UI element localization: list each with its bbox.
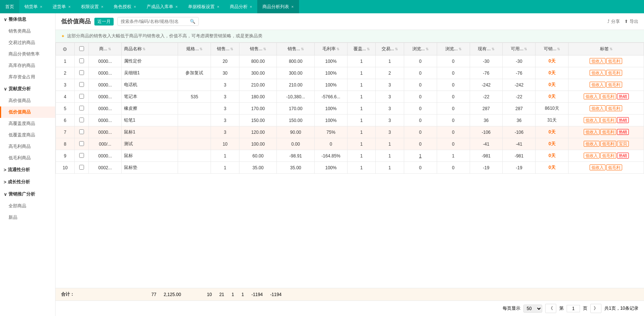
th-profit-rate[interactable]: 毛利率⇅ xyxy=(315,43,348,55)
share-btn[interactable]: ⤴ 分享 xyxy=(607,18,620,25)
first-page-btn[interactable]: 《 xyxy=(545,304,556,313)
row-browse1[interactable]: 0 xyxy=(404,103,437,115)
page-input[interactable] xyxy=(567,305,580,312)
row-checkbox[interactable] xyxy=(74,115,88,126)
sidebar-item-high-coverage[interactable]: 高覆盖度商品 xyxy=(0,118,55,129)
row-browse1[interactable]: 0 xyxy=(404,138,437,150)
close-icon[interactable]: × xyxy=(68,4,70,9)
th-sellable-days[interactable]: 可销...⇅ xyxy=(536,43,568,55)
sidebar-item-traded-products[interactable]: 交易过的商品 xyxy=(0,37,55,48)
sidebar-item-low-coverage[interactable]: 低覆盖度商品 xyxy=(0,129,55,141)
th-spec[interactable]: 规格...⇅ xyxy=(178,43,211,55)
search-icon[interactable]: 🔍 xyxy=(190,19,195,24)
row-checkbox[interactable] xyxy=(74,162,88,174)
sidebar-item-category-sales[interactable]: 商品分类销售率 xyxy=(0,48,55,60)
row-browse1[interactable]: 0 xyxy=(404,162,437,174)
close-icon[interactable]: × xyxy=(291,4,294,9)
row-browse1[interactable]: 0 xyxy=(404,55,437,67)
row-select-checkbox[interactable] xyxy=(79,94,84,99)
th-settings[interactable]: ⚙ xyxy=(56,43,75,55)
row-num: 4 xyxy=(56,91,75,103)
nav-product-analysis-list[interactable]: 商品分析列表 × xyxy=(257,0,299,13)
th-available[interactable]: 可用...⇅ xyxy=(503,43,536,55)
th-deal[interactable]: 交易...⇅ xyxy=(376,43,404,55)
th-sales-val[interactable]: 销售...⇅ xyxy=(277,43,315,55)
th-name[interactable]: 商品名称⇅ xyxy=(121,43,178,55)
close-icon[interactable]: × xyxy=(175,4,178,9)
sidebar-item-sales-products[interactable]: 销售类商品 xyxy=(0,26,55,37)
close-icon[interactable]: × xyxy=(40,4,42,9)
close-icon[interactable]: × xyxy=(250,4,252,9)
row-select-checkbox[interactable] xyxy=(79,106,84,111)
nav-product-analysis[interactable]: 商品分析 × xyxy=(225,0,257,13)
row-checkbox[interactable] xyxy=(74,67,88,79)
th-checkbox[interactable] xyxy=(74,43,88,55)
row-browse1[interactable]: 0 xyxy=(404,115,437,126)
row-browse1[interactable]: 0 xyxy=(404,79,437,91)
th-code[interactable]: 商...⇅ xyxy=(88,43,121,55)
last-page-btn[interactable]: 》 xyxy=(590,304,601,313)
nav-template-settings[interactable]: 单据模板设置 × xyxy=(183,0,224,13)
th-browse2[interactable]: 浏览...⇅ xyxy=(437,43,470,55)
nav-finished-goods[interactable]: 产成品入库单 × xyxy=(141,0,183,13)
th-sales-qty[interactable]: 销售...⇅ xyxy=(211,43,239,55)
close-icon[interactable]: × xyxy=(134,4,136,9)
close-icon[interactable]: × xyxy=(217,4,219,9)
sidebar-item-high-profit[interactable]: 高毛利商品 xyxy=(0,141,55,152)
sidebar-item-high-stock[interactable]: 高库存的商品 xyxy=(0,60,55,71)
sidebar-item-all-products[interactable]: 全部商品 xyxy=(0,200,55,212)
sidebar-item-low-profit[interactable]: 低毛利商品 xyxy=(0,152,55,164)
row-browse1[interactable]: 0 xyxy=(404,91,437,103)
sidebar-section-contribution[interactable]: ∨ 贡献度分析 xyxy=(0,83,55,95)
row-code: 0000... xyxy=(88,91,121,103)
search-input[interactable] xyxy=(121,19,188,24)
export-btn[interactable]: ⬆ 导出 xyxy=(624,18,638,25)
row-select-checkbox[interactable] xyxy=(79,118,84,122)
row-checkbox[interactable] xyxy=(74,150,88,162)
th-sales-amt[interactable]: 销售...⇅ xyxy=(239,43,277,55)
sidebar-section-overall[interactable]: ∨ 整体信息 xyxy=(0,13,55,26)
row-select-checkbox[interactable] xyxy=(79,129,84,134)
sidebar-item-high-value[interactable]: 高价值商品 xyxy=(0,95,55,106)
row-select-checkbox[interactable] xyxy=(79,141,84,146)
nav-role-auth[interactable]: 角色授权 × xyxy=(108,0,141,13)
close-icon[interactable]: × xyxy=(101,4,103,9)
filter-btn[interactable]: 近一月 xyxy=(94,18,114,26)
nav-sales-order[interactable]: 销货单 × xyxy=(19,0,47,13)
row-checkbox[interactable] xyxy=(74,126,88,138)
table-row: 1 0000... 属性定价 20 800.00 800.00 100% 1 1… xyxy=(56,55,644,67)
nav-home[interactable]: 首页 xyxy=(0,0,19,13)
row-spec xyxy=(178,115,211,126)
row-cover: 1 xyxy=(348,162,376,174)
sidebar-item-new-products[interactable]: 新品 xyxy=(0,212,55,223)
row-checkbox[interactable] xyxy=(74,55,88,67)
row-browse1[interactable]: 0 xyxy=(404,67,437,79)
th-stock[interactable]: 现有...⇅ xyxy=(470,43,503,55)
row-select-checkbox[interactable] xyxy=(79,153,84,158)
select-all-checkbox[interactable] xyxy=(79,46,84,51)
row-select-checkbox[interactable] xyxy=(79,70,84,75)
row-checkbox[interactable] xyxy=(74,138,88,150)
row-checkbox[interactable] xyxy=(74,103,88,115)
per-page-select[interactable]: 50 100 xyxy=(523,305,542,313)
sidebar-section-liquidity[interactable]: > 流通性分析 xyxy=(0,164,55,176)
content-area: 低价值商品 近一月 🔍 ⤴ 分享 ⬆ 导出 ✦ 这部分商品的销售收入大幅低于商品… xyxy=(56,13,644,316)
row-select-checkbox[interactable] xyxy=(79,58,84,63)
row-checkbox[interactable] xyxy=(74,91,88,103)
row-select-checkbox[interactable] xyxy=(79,165,84,170)
nav-purchase-order[interactable]: 进货单 × xyxy=(47,0,76,13)
sidebar-item-stock-capital[interactable]: 库存资金占用 xyxy=(0,71,55,83)
row-browse1[interactable]: 0 xyxy=(404,126,437,138)
row-select-checkbox[interactable] xyxy=(79,82,84,87)
row-cover: 1 xyxy=(348,138,376,150)
row-spec: 参加复试 xyxy=(178,67,211,79)
th-coverage[interactable]: 覆盖...⇅ xyxy=(348,43,376,55)
th-browse1[interactable]: 浏览...⇅ xyxy=(404,43,437,55)
row-checkbox[interactable] xyxy=(74,79,88,91)
sidebar-section-marketing[interactable]: ∨ 营销推广分析 xyxy=(0,188,55,200)
th-tags[interactable]: 标签⇅ xyxy=(568,43,644,55)
sidebar-section-growth[interactable]: > 成长性分析 xyxy=(0,176,55,188)
nav-permission-settings[interactable]: 权限设置 × xyxy=(76,0,108,13)
sidebar-item-low-value[interactable]: 低价值商品 xyxy=(0,106,55,118)
row-browse1[interactable]: 1 xyxy=(404,150,437,162)
